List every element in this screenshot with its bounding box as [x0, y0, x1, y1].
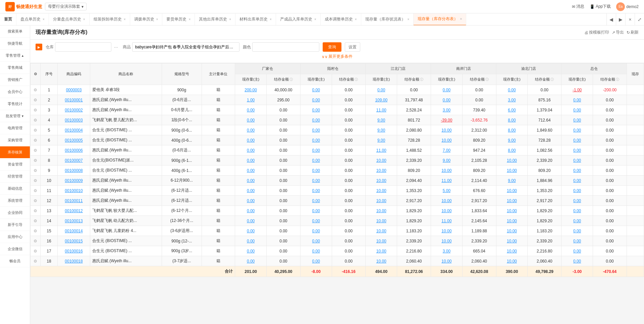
f-qty-cell[interactable]: 200.00: [235, 85, 267, 95]
total-qty-cell[interactable]: 0.00: [561, 155, 593, 166]
gear-cell[interactable]: ⚙: [31, 186, 41, 196]
nb-qty-cell[interactable]: 5.00: [431, 186, 462, 196]
yb-qty-cell[interactable]: 0.00: [496, 85, 528, 95]
gear-cell[interactable]: ⚙: [31, 236, 41, 246]
tab-home[interactable]: 首页: [0, 13, 16, 26]
f-qty-cell[interactable]: 0.00: [235, 115, 267, 125]
gear-col-header[interactable]: ⚙: [31, 63, 41, 85]
jb-qty-cell[interactable]: 10.00: [366, 186, 397, 196]
yb-qty-cell[interactable]: 10.00: [496, 155, 528, 166]
nb-qty-cell[interactable]: 0.00: [431, 95, 462, 105]
m-qty-cell[interactable]: 0.00: [300, 115, 332, 125]
total-qty-cell[interactable]: 0.00: [561, 115, 593, 125]
code-cell[interactable]: 00100010: [58, 186, 90, 196]
nb-qty-cell[interactable]: 11.00: [431, 176, 462, 186]
setting-button[interactable]: 设置: [345, 42, 360, 52]
nb-qty-cell[interactable]: 10.00: [431, 166, 462, 176]
close-icon[interactable]: ×: [314, 17, 316, 21]
refresh-btn[interactable]: ↻ 刷新: [627, 30, 639, 35]
export-btn[interactable]: ↗ 导出: [612, 30, 624, 35]
total-qty-cell[interactable]: 0.00: [561, 216, 593, 226]
f-qty-cell[interactable]: 0.00: [235, 226, 267, 236]
m-qty-cell[interactable]: 0.00: [300, 236, 332, 246]
yb-qty-cell[interactable]: 3.00: [496, 95, 528, 105]
jb-qty-cell[interactable]: 10.00: [366, 226, 397, 236]
yb-qty-cell[interactable]: 10.00: [496, 166, 528, 176]
nb-qty-cell[interactable]: 3.00: [431, 105, 462, 115]
f-qty-cell[interactable]: 0.00: [235, 166, 267, 176]
color-input[interactable]: [252, 42, 319, 52]
gear-cell[interactable]: ⚙: [31, 206, 41, 216]
sidebar-item-inventory[interactable]: 库存核算: [0, 146, 30, 158]
close-icon[interactable]: ×: [460, 17, 462, 21]
m-qty-cell[interactable]: 0.00: [300, 125, 332, 135]
jb-qty-cell[interactable]: 9.00: [366, 115, 397, 125]
warehouse-input[interactable]: [55, 42, 111, 52]
m-qty-cell[interactable]: 0.00: [300, 145, 332, 155]
code-cell[interactable]: 00100003: [58, 115, 90, 125]
gear-cell[interactable]: ⚙: [31, 105, 41, 115]
close-icon[interactable]: ×: [408, 17, 410, 21]
f-qty-cell[interactable]: 0.00: [235, 135, 267, 145]
sidebar-item-retailmall[interactable]: 零售商城: [0, 62, 30, 74]
nb-qty-cell[interactable]: 10.00: [431, 196, 462, 206]
sidebar-item-search[interactable]: 搜索英单: [0, 26, 30, 38]
code-cell[interactable]: 00100009: [58, 176, 90, 186]
m-qty-cell[interactable]: 0.00: [300, 166, 332, 176]
jb-qty-cell[interactable]: 10.00: [366, 176, 397, 186]
yb-qty-cell[interactable]: 10.00: [496, 196, 528, 206]
total-qty-cell[interactable]: 0.00: [561, 236, 593, 246]
tab-7[interactable]: 材料出库单历史 ×: [235, 13, 276, 26]
code-cell[interactable]: 00100012: [58, 206, 90, 216]
goods-input[interactable]: [132, 42, 239, 52]
yb-qty-cell[interactable]: 10.00: [496, 206, 528, 216]
f-qty-cell[interactable]: 0.00: [235, 256, 267, 266]
tab-9[interactable]: 成本调整单历史 ×: [321, 13, 361, 26]
sidebar-item-enterprise[interactable]: 企业协同: [0, 207, 30, 219]
total-qty-cell[interactable]: 0.00: [561, 95, 593, 105]
sidebar-item-basic[interactable]: 基础信息: [0, 183, 30, 195]
f-qty-cell[interactable]: 0.00: [235, 145, 267, 155]
nav-close-btn[interactable]: ×: [625, 13, 635, 26]
m-qty-cell[interactable]: 0.00: [300, 206, 332, 216]
jb-qty-cell[interactable]: 9.00: [366, 135, 397, 145]
total-qty-cell[interactable]: 0.00: [561, 125, 593, 135]
total-qty-cell[interactable]: 0.00: [561, 176, 593, 186]
close-icon[interactable]: ×: [189, 17, 191, 21]
f-qty-cell[interactable]: 0.00: [235, 206, 267, 216]
tab-11[interactable]: 现存量（库存分布表） ×: [414, 13, 466, 26]
tab-10[interactable]: 现存量（库存状况表） ×: [361, 13, 414, 26]
f-qty-cell[interactable]: 0.00: [235, 186, 267, 196]
nb-qty-cell[interactable]: 10.00: [431, 236, 462, 246]
total-qty-cell[interactable]: 0.00: [561, 196, 593, 206]
sidebar-item-retailstat[interactable]: 零售统计: [0, 98, 30, 110]
code-cell[interactable]: 00100001: [58, 95, 90, 105]
jb-qty-cell[interactable]: 10.00: [366, 196, 397, 206]
nb-qty-cell[interactable]: 7.00: [431, 145, 462, 155]
nav-prev-btn[interactable]: ◀: [606, 13, 616, 26]
gear-cell[interactable]: ⚙: [31, 115, 41, 125]
jb-qty-cell[interactable]: 10.00: [366, 155, 397, 166]
sidebar-item-system[interactable]: 系统管理: [0, 195, 30, 207]
close-icon[interactable]: ×: [156, 17, 158, 21]
f-qty-cell[interactable]: 0.00: [235, 236, 267, 246]
nb-qty-cell[interactable]: 10.00: [431, 226, 462, 236]
m-qty-cell[interactable]: 0.00: [300, 85, 332, 95]
close-icon[interactable]: ×: [270, 17, 272, 21]
close-icon[interactable]: ×: [43, 17, 45, 21]
yb-qty-cell[interactable]: 10.00: [496, 186, 528, 196]
app-download-btn[interactable]: 📱 App下载: [590, 4, 611, 9]
close-icon[interactable]: ×: [355, 17, 357, 21]
total-qty-cell[interactable]: 0.00: [561, 105, 593, 115]
code-cell[interactable]: 00100006: [58, 145, 90, 155]
code-cell[interactable]: 00100004: [58, 125, 90, 135]
total-qty-cell[interactable]: 0.00: [561, 256, 593, 266]
gear-cell[interactable]: ⚙: [31, 196, 41, 206]
sidebar-item-guide[interactable]: 新手引导: [0, 219, 30, 231]
sidebar-item-retail[interactable]: 零售管理 ▲: [0, 50, 30, 62]
nb-qty-cell[interactable]: 9.00: [431, 155, 462, 166]
total-qty-cell[interactable]: 0.00: [561, 246, 593, 256]
yb-qty-cell[interactable]: 10.00: [496, 246, 528, 256]
yb-qty-cell[interactable]: 6.00: [496, 105, 528, 115]
user-info[interactable]: Ea demo2: [616, 2, 639, 11]
